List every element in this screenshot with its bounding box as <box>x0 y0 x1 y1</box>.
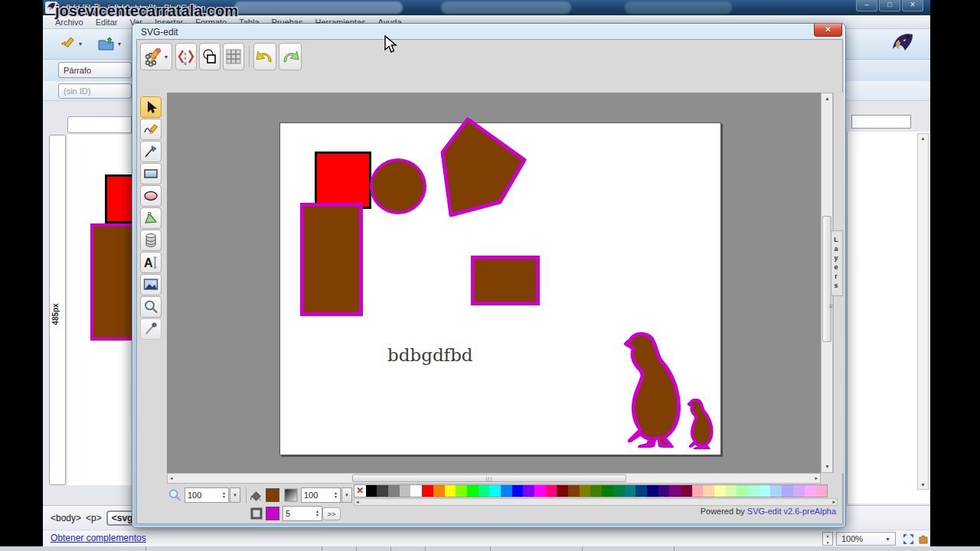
svgedit-version-link[interactable]: SVG-edit v2.6-preAlpha <box>747 507 836 516</box>
tool-text[interactable]: A <box>140 252 162 273</box>
palette-swatch[interactable] <box>625 485 636 497</box>
palette-swatch[interactable] <box>580 485 591 497</box>
maximize-button[interactable]: □ <box>879 0 900 11</box>
palette-swatch[interactable] <box>681 485 692 497</box>
opacity-input[interactable]: 100 ▲▼ <box>301 487 341 503</box>
horizontal-scroll-thumb[interactable]: ||| <box>352 474 626 482</box>
stroke-width-input[interactable]: 5 ▲▼ <box>283 506 322 521</box>
palette-swatch[interactable] <box>805 485 816 497</box>
scroll-up-icon[interactable]: ▲ <box>918 135 928 141</box>
palette-swatch[interactable] <box>479 485 490 497</box>
doc-red-rectangle[interactable] <box>105 174 135 223</box>
palette-swatch[interactable] <box>737 485 748 497</box>
canvas-horizontal-scrollbar[interactable]: ◂ ||| ▸ <box>167 473 821 484</box>
svg-workspace[interactable]: bdbgdfbd <box>167 93 821 473</box>
palette-swatch[interactable] <box>703 485 714 497</box>
scroll-right-icon[interactable]: ▸ <box>832 497 835 507</box>
redo-button[interactable] <box>279 43 302 70</box>
palette-swatch[interactable] <box>770 485 782 497</box>
tool-zoom[interactable] <box>140 296 162 318</box>
palette-swatch[interactable] <box>793 485 805 497</box>
palette-scrollbar[interactable]: ◂ ▸ <box>354 498 838 506</box>
scroll-up-icon[interactable]: ▲ <box>825 94 830 103</box>
breadcrumb-body[interactable]: <body> <box>51 513 81 523</box>
palette-swatch[interactable] <box>590 485 602 497</box>
stepper-arrows-icon[interactable]: ▲▼ <box>222 491 226 499</box>
shape-tall-brown-rectangle[interactable] <box>300 203 363 316</box>
source-editor-button[interactable]: s v g <box>175 43 197 70</box>
palette-swatch[interactable] <box>669 485 681 497</box>
zoom-dropdown-button[interactable]: ▼ <box>230 487 240 503</box>
palette-swatch[interactable] <box>760 485 771 497</box>
tool-select[interactable] <box>140 96 162 118</box>
palette-swatch[interactable] <box>726 485 737 497</box>
zoom-select[interactable]: 100% ▼ <box>836 532 896 546</box>
tool-shapelib[interactable] <box>140 230 162 251</box>
paragraph-style-select[interactable]: Párrafo <box>58 62 132 78</box>
puzzle-piece-icon[interactable] <box>917 533 930 546</box>
tool-ellipse[interactable] <box>140 185 162 207</box>
palette-swatch[interactable] <box>714 485 726 497</box>
palette-swatch[interactable] <box>388 485 400 497</box>
palette-swatch[interactable] <box>489 485 501 497</box>
fill-color-swatch[interactable] <box>266 488 279 502</box>
palette-swatch[interactable] <box>613 485 625 497</box>
palette-swatch[interactable] <box>467 485 479 497</box>
palette-swatch[interactable] <box>400 485 411 497</box>
grid-button[interactable] <box>223 43 244 70</box>
fullscreen-icon[interactable] <box>902 533 915 546</box>
fill-bucket-icon[interactable] <box>250 489 263 503</box>
stepper-up-icon[interactable]: ▲ <box>823 533 832 540</box>
palette-swatch[interactable] <box>602 485 613 497</box>
palette-swatch[interactable] <box>658 485 670 497</box>
stroke-color-swatch[interactable] <box>266 507 279 520</box>
svg-canvas-page[interactable]: bdbgdfbd <box>279 122 721 455</box>
palette-swatch[interactable] <box>546 485 557 497</box>
palette-swatch[interactable] <box>366 485 377 497</box>
palette-swatch[interactable] <box>422 485 433 497</box>
tool-freehand[interactable] <box>140 119 162 140</box>
main-menu-button[interactable]: ▼ <box>140 43 172 70</box>
palette-swatch[interactable] <box>635 485 647 497</box>
shape-small-bird[interactable] <box>687 399 716 449</box>
shape-pentagon[interactable] <box>433 116 537 223</box>
right-text-field[interactable] <box>851 115 911 129</box>
palette-swatch[interactable] <box>534 485 546 497</box>
palette-swatch[interactable] <box>501 485 512 497</box>
breadcrumb-p[interactable]: <p> <box>86 513 102 523</box>
right-panel-scrollbar[interactable]: ▲ ▼ <box>917 133 929 490</box>
shape-red-rectangle[interactable] <box>315 152 371 209</box>
palette-swatch[interactable] <box>815 485 827 497</box>
tool-line[interactable] <box>140 141 162 162</box>
palette-swatch[interactable] <box>557 485 568 497</box>
shape-small-brown-rectangle[interactable] <box>471 256 540 305</box>
shape-library-button[interactable] <box>199 43 220 70</box>
minimize-button[interactable]: – <box>856 0 877 11</box>
stroke-icon[interactable] <box>250 507 263 520</box>
palette-swatch[interactable] <box>456 485 467 497</box>
layers-panel-tab[interactable]: Layers <box>831 230 843 296</box>
palette-swatch[interactable] <box>692 485 704 497</box>
stepper-arrows-icon[interactable]: ▲▼ <box>334 491 338 499</box>
canvas-text[interactable]: bdbgdfbd <box>387 345 473 365</box>
document-canvas[interactable] <box>67 135 135 485</box>
tool-image[interactable] <box>140 274 162 295</box>
stepper-arrows-icon[interactable]: ▲▼ <box>315 510 319 517</box>
palette-none[interactable]: ✕ <box>354 485 366 497</box>
palette-swatch[interactable] <box>512 485 524 497</box>
layers-grip-icon[interactable]: ≡ <box>829 303 833 310</box>
palette-swatch[interactable] <box>647 485 658 497</box>
scroll-left-icon[interactable]: ◂ <box>356 497 359 507</box>
shape-large-bird[interactable] <box>623 331 686 448</box>
canvas-zoom-input[interactable]: 100 ▲▼ <box>185 487 229 503</box>
dialog-close-button[interactable]: ✕ <box>814 24 842 37</box>
tool-eyedropper[interactable] <box>140 318 162 340</box>
close-button[interactable]: ✕ <box>902 0 923 11</box>
palette-swatch[interactable] <box>377 485 388 497</box>
more-options-button[interactable]: >> <box>322 507 341 520</box>
doc-brown-rectangle[interactable] <box>90 223 135 341</box>
scroll-left-icon[interactable]: ◂ <box>170 474 173 483</box>
palette-swatch[interactable] <box>748 485 760 497</box>
tool-rectangle[interactable] <box>140 163 162 184</box>
addons-link[interactable]: Obtener complementos <box>51 533 146 543</box>
